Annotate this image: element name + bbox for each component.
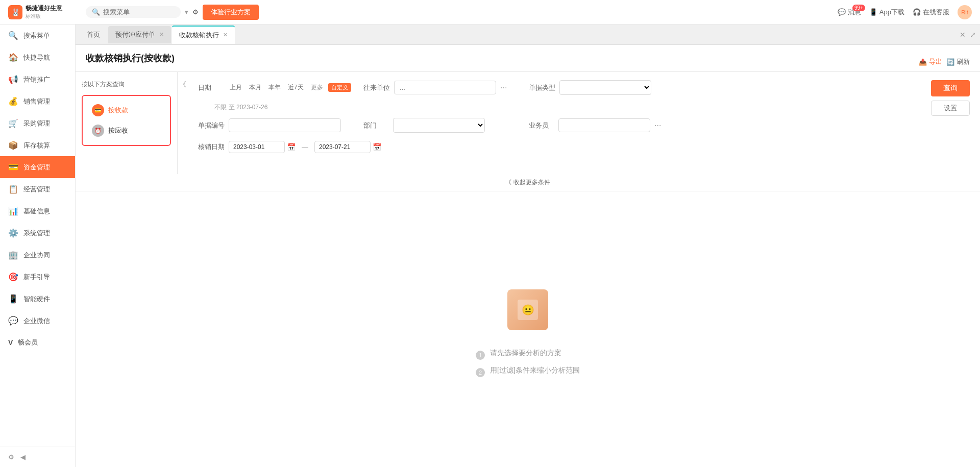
by-receipt-icon: 💳 (92, 104, 104, 116)
date-more-btn[interactable]: 更多 (309, 82, 325, 93)
doc-type-select[interactable] (559, 80, 651, 95)
sidebar-label-wechat: 企业微信 (23, 316, 50, 326)
date-7days-btn[interactable]: 近7天 (286, 82, 306, 93)
system-icon: ⚙️ (8, 228, 18, 238)
sidebar-item-enterprise[interactable]: 🏢 企业协同 (0, 244, 75, 266)
filter-option-by-receipt[interactable]: 💳 按收款 (87, 100, 166, 120)
collapse-more-bar: 《 收起更多条件 (76, 174, 980, 191)
collapse-left-button[interactable]: 《 (178, 72, 188, 89)
sidebar-item-sales[interactable]: 💰 销售管理 (0, 90, 75, 112)
date-this-month-btn[interactable]: 本月 (247, 82, 263, 93)
online-service-button[interactable]: 🎧 在线客服 (913, 8, 949, 17)
user-avatar[interactable]: Rit (958, 5, 972, 19)
sidebar-item-finance[interactable]: 💳 资金管理 (0, 156, 75, 178)
main-content: 首页 预付冲应付单 ✕ 收款核销执行 ✕ ✕ ⤢ 收款核销执行(按收款) 📤 导… (76, 24, 980, 467)
sidebar-item-newbie[interactable]: 🎯 新手引导 (0, 266, 75, 288)
counterparty-input[interactable] (394, 81, 496, 94)
query-btn-group: 查询 设置 (931, 80, 970, 116)
collapse-more-button[interactable]: 《 收起更多条件 (505, 178, 550, 187)
refresh-button[interactable]: 🔄 刷新 (946, 57, 970, 66)
sidebar-item-wechat[interactable]: 💬 企业微信 (0, 310, 75, 332)
tab-close-all-icon[interactable]: ✕ (960, 31, 966, 39)
date-quick-group: 上月 本月 本年 近7天 更多 自定义 (228, 82, 351, 93)
filter-option-by-receivable[interactable]: ⏰ 按应收 (87, 120, 166, 141)
tab-close-prepay[interactable]: ✕ (159, 31, 164, 38)
sidebar-label-search-menu: 搜索菜单 (23, 31, 50, 40)
page-header-actions: 📤 导出 🔄 刷新 (919, 57, 970, 66)
sidebar-item-quick-nav[interactable]: 🏠 快捷导航 (0, 46, 75, 68)
sidebar-label-basic-info: 基础信息 (23, 207, 50, 216)
sidebar-label-hardware: 智能硬件 (23, 294, 50, 304)
refresh-icon: 🔄 (946, 58, 954, 66)
newbie-icon: 🎯 (8, 272, 18, 282)
export-icon: 📤 (919, 58, 927, 66)
page-title: 收款核销执行(按收款) (86, 52, 175, 71)
hint-number-1: 1 (476, 351, 485, 360)
tab-close-receipt[interactable]: ✕ (223, 32, 228, 38)
sidebar-collapse-icon[interactable]: ◀ (20, 453, 26, 461)
message-badge: 99+ (852, 5, 865, 11)
app-download-icon: 📱 (869, 8, 877, 16)
hint-text-1: 请先选择要分析的方案 (490, 349, 561, 358)
date-this-year-btn[interactable]: 本年 (266, 82, 283, 93)
sidebar-item-marketing[interactable]: 📢 营销推广 (0, 68, 75, 90)
dropdown-icon[interactable]: ▾ (185, 8, 188, 16)
sidebar-item-basic-info[interactable]: 📊 基础信息 (0, 200, 75, 222)
tab-bar: 首页 预付冲应付单 ✕ 收款核销执行 ✕ ✕ ⤢ (76, 24, 980, 45)
tab-home[interactable]: 首页 (80, 26, 107, 43)
sidebar-item-purchase[interactable]: 🛒 采购管理 (0, 112, 75, 134)
basic-info-icon: 📊 (8, 206, 18, 216)
sidebar-label-inventory: 库存核算 (23, 141, 50, 150)
verify-date-end-input[interactable] (314, 141, 371, 153)
collapse-more-label: 收起更多条件 (513, 178, 550, 187)
date-to-label: 至 2023-07-26 (229, 104, 268, 111)
verify-date-start-calendar-icon[interactable]: 📅 (287, 143, 296, 151)
staff-input[interactable] (558, 118, 650, 132)
setting-button[interactable]: 设置 (931, 101, 970, 116)
industry-solution-button[interactable]: 体验行业方案 (203, 5, 259, 20)
counterparty-label: 往来单位 (363, 83, 390, 92)
sidebar-settings-icon[interactable]: ⚙ (8, 453, 14, 461)
export-button[interactable]: 📤 导出 (919, 57, 942, 66)
by-receivable-icon: ⏰ (92, 125, 104, 137)
date-prev-month-btn[interactable]: 上月 (228, 82, 244, 93)
app-download-button[interactable]: 📱 App下载 (869, 8, 904, 17)
doc-no-input[interactable] (229, 118, 341, 132)
verify-date-start-input[interactable] (229, 141, 285, 153)
tab-expand-icon[interactable]: ⤢ (970, 31, 976, 39)
date-no-limit-label: 不限 (214, 104, 227, 111)
page-header: 收款核销执行(按收款) 📤 导出 🔄 刷新 (76, 45, 980, 72)
search-box[interactable]: 🔍 (86, 6, 181, 18)
filter-row-3: 核销日期 📅 — 📅 (198, 141, 923, 153)
service-icon: 🎧 (913, 8, 921, 16)
date-label: 日期 (198, 83, 224, 92)
empty-illustration: 😐 (497, 279, 558, 340)
dept-select[interactable] (393, 118, 485, 133)
hardware-icon: 📱 (8, 294, 18, 304)
verify-date-end-calendar-icon[interactable]: 📅 (373, 143, 381, 151)
inventory-icon: 📦 (8, 140, 18, 150)
staff-ellipsis-icon[interactable]: ··· (654, 121, 661, 130)
sidebar-item-inventory[interactable]: 📦 库存核算 (0, 134, 75, 156)
top-search-input[interactable] (103, 8, 175, 16)
receipt-offset-label: 收款核销执行 (179, 31, 219, 40)
sidebar-item-operation[interactable]: 📋 经营管理 (0, 178, 75, 200)
filter-left-title: 按以下方案查询 (82, 80, 171, 89)
query-button[interactable]: 查询 (931, 80, 970, 96)
date-custom-tag[interactable]: 自定义 (328, 83, 351, 92)
filter-row-1: 日期 上月 本月 本年 近7天 更多 自定义 往来单位 (198, 80, 923, 95)
filter-group-verify-date: 核销日期 📅 — 📅 (198, 141, 381, 153)
tab-receipt-offset[interactable]: 收款核销执行 ✕ (172, 26, 235, 44)
gear-icon[interactable]: ⚙ (192, 8, 199, 16)
sidebar-item-vip[interactable]: V 畅会员 (0, 332, 75, 353)
empty-hint-1: 1 请先选择要分析的方案 (476, 349, 580, 362)
app-name: 畅捷通好生意 (26, 4, 62, 13)
collapse-arrow-icon: 《 (179, 80, 186, 89)
sidebar: 🔍 搜索菜单 🏠 快捷导航 📢 营销推广 💰 销售管理 🛒 采购管理 📦 库存核… (0, 24, 76, 467)
message-button[interactable]: 💬 消息 99+ (838, 8, 861, 17)
tab-prepay-offset[interactable]: 预付冲应付单 ✕ (108, 26, 171, 43)
counterparty-ellipsis-icon[interactable]: ··· (500, 83, 507, 92)
sidebar-item-hardware[interactable]: 📱 智能硬件 (0, 288, 75, 310)
sidebar-item-search-menu[interactable]: 🔍 搜索菜单 (0, 24, 75, 46)
sidebar-item-system[interactable]: ⚙️ 系统管理 (0, 222, 75, 244)
